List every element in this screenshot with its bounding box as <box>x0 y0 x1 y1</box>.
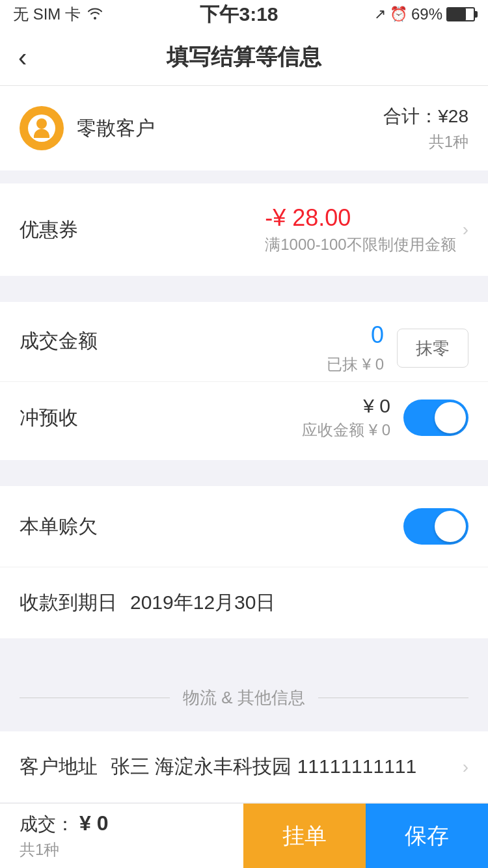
divider-line-right <box>318 698 468 698</box>
address-row[interactable]: 客户地址 张三 海淀永丰科技园 11111111111 › <box>0 731 488 802</box>
prepay-value: ¥ 0 <box>302 395 390 417</box>
bottom-deal-label: 成交： <box>20 812 74 837</box>
location-icon: ↗ <box>374 6 386 23</box>
battery-icon <box>446 7 475 21</box>
wifi-icon <box>86 5 104 23</box>
due-date-row: 收款到期日 2019年12月30日 <box>0 567 488 638</box>
address-label: 客户地址 <box>20 753 98 780</box>
bottom-count: 共1种 <box>20 839 224 860</box>
amount-label: 成交金额 <box>20 321 98 355</box>
summary-count: 共1种 <box>383 131 468 152</box>
prepay-toggle[interactable] <box>403 400 468 436</box>
due-date-value: 2019年12月30日 <box>130 590 275 616</box>
section-divider-3 <box>0 651 488 664</box>
debit-toggle[interactable] <box>403 508 468 545</box>
customer-row: 零散客户 合计：¥28 共1种 <box>0 86 488 170</box>
bottom-deal-value: ¥ 0 <box>79 811 108 835</box>
summary-total: 合计：¥28 <box>383 104 468 129</box>
debit-toggle-thumb <box>435 511 466 542</box>
customer-summary: 合计：¥28 共1种 <box>383 104 468 152</box>
amount-section: 成交金额 0 已抹 ¥ 0 抹零 冲预收 ¥ 0 应收金额 ¥ 0 <box>0 302 488 460</box>
address-value: 张三 海淀永丰科技园 11111111111 <box>111 753 463 780</box>
hang-button[interactable]: 挂单 <box>243 804 366 868</box>
back-button[interactable]: ‹ <box>18 44 27 70</box>
bottom-deal-wrap: 成交： ¥ 0 <box>20 811 224 837</box>
prepay-row: 冲预收 ¥ 0 应收金额 ¥ 0 <box>0 381 488 460</box>
section-divider-1 <box>0 289 488 302</box>
customer-section: 零散客户 合计：¥28 共1种 <box>0 86 488 170</box>
bottom-summary: 成交： ¥ 0 共1种 <box>0 811 243 860</box>
coupon-label: 优惠券 <box>20 217 78 243</box>
logistics-label: 物流 & 其他信息 <box>170 686 318 709</box>
carrier-label: 无 SIM 卡 <box>13 4 81 25</box>
coupon-section[interactable]: 优惠券 -¥ 28.00 满1000-100不限制使用金额 › <box>0 183 488 276</box>
avatar-icon <box>28 115 55 142</box>
round-button[interactable]: 抹零 <box>397 329 468 368</box>
amount-value[interactable]: 0 <box>327 321 384 349</box>
logistics-divider: 物流 & 其他信息 <box>0 671 488 725</box>
status-bar: 无 SIM 卡 下午3:18 ↗ ⏰ 69% <box>0 0 488 29</box>
status-right: ↗ ⏰ 69% <box>374 5 475 23</box>
alarm-icon: ⏰ <box>390 6 407 23</box>
page-title: 填写结算等信息 <box>167 42 321 72</box>
nav-bar: ‹ 填写结算等信息 <box>0 29 488 86</box>
amount-right: 0 已抹 ¥ 0 抹零 <box>327 321 468 375</box>
address-chevron-icon: › <box>463 757 468 778</box>
battery-percent: 69% <box>411 5 442 23</box>
debit-row: 本单赊欠 <box>0 486 488 567</box>
due-date-label: 收款到期日 <box>20 590 117 616</box>
bottom-actions: 挂单 保存 <box>243 804 488 868</box>
prepay-label: 冲预收 <box>20 405 78 431</box>
coupon-discount: -¥ 28.00 <box>265 204 455 232</box>
amount-value-wrap: 0 已抹 ¥ 0 <box>327 321 384 375</box>
divider-line-left <box>20 698 170 698</box>
debit-label: 本单赊欠 <box>20 513 98 540</box>
amount-row: 成交金额 0 已抹 ¥ 0 抹零 <box>0 302 488 381</box>
prepay-sub: 应收金额 ¥ 0 <box>302 420 390 441</box>
coupon-right: -¥ 28.00 满1000-100不限制使用金额 › <box>265 204 468 255</box>
prepay-right: ¥ 0 应收金额 ¥ 0 <box>302 395 468 441</box>
avatar <box>20 106 64 150</box>
save-button[interactable]: 保存 <box>366 804 488 868</box>
section-divider-2 <box>0 473 488 486</box>
debit-section: 本单赊欠 收款到期日 2019年12月30日 <box>0 486 488 638</box>
prepay-amount-wrap: ¥ 0 应收金额 ¥ 0 <box>302 395 390 441</box>
logistics-section: 物流 & 其他信息 <box>0 664 488 731</box>
customer-info: 零散客户 <box>20 106 155 150</box>
address-section[interactable]: 客户地址 张三 海淀永丰科技园 11111111111 › <box>0 731 488 802</box>
toggle-thumb <box>435 402 466 433</box>
bottom-bar: 成交： ¥ 0 共1种 挂单 保存 <box>0 803 488 868</box>
coupon-chevron-icon: › <box>463 219 468 240</box>
status-time: 下午3:18 <box>200 1 278 28</box>
customer-name: 零散客户 <box>77 115 155 142</box>
coupon-desc: 满1000-100不限制使用金额 <box>265 234 455 255</box>
amount-sub: 已抹 ¥ 0 <box>327 354 384 375</box>
status-left: 无 SIM 卡 <box>13 4 104 25</box>
coupon-row[interactable]: 优惠券 -¥ 28.00 满1000-100不限制使用金额 › <box>0 183 488 276</box>
coupon-right-wrap: -¥ 28.00 满1000-100不限制使用金额 <box>265 204 455 255</box>
